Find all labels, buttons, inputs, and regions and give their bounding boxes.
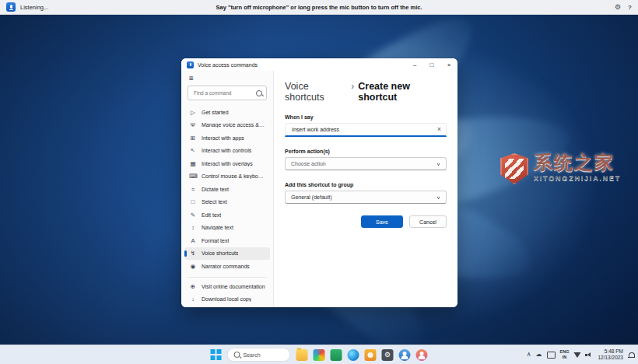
group-dropdown[interactable]: General (default) ∨ xyxy=(285,191,447,204)
file-explorer-icon[interactable] xyxy=(296,349,308,361)
sidebar-item-label: Interact with overlays xyxy=(202,161,253,166)
download-icon: ↓ xyxy=(189,296,197,303)
sidebar-item-label: Voice shortcuts xyxy=(202,250,238,256)
apps-icon: ⊞ xyxy=(189,135,197,142)
listening-status: Listening... xyxy=(20,4,48,11)
sidebar-item-label: Select text xyxy=(202,199,227,205)
sidebar-item-visit-online-documentation[interactable]: ⊕Visit online documentation xyxy=(184,280,270,293)
perform-actions-label: Perform action(s) xyxy=(285,149,447,154)
voice-access-bar: Listening... Say "turn off microphone" o… xyxy=(0,0,638,15)
breadcrumb: Voice shortcuts › Create new shortcut xyxy=(285,81,447,103)
edge-browser-icon[interactable] xyxy=(348,349,359,361)
clock[interactable]: 5:48 PM 12/13/2023 xyxy=(598,348,623,361)
taskbar: Search ∧ ☁ ENG IN 5:48 PM 12/13/2023 xyxy=(0,345,638,364)
sidebar-item-navigate-text[interactable]: ↕Navigate text xyxy=(184,222,270,235)
settings-gear-icon[interactable]: ⚙ xyxy=(615,3,621,11)
breadcrumb-separator-icon: › xyxy=(351,81,354,92)
navigate-icon: ↕ xyxy=(189,224,197,231)
sidebar-item-manage-voice-access-mic[interactable]: ΨManage voice access & mic xyxy=(184,119,270,132)
sidebar-item-download-local-copy[interactable]: ↓Download local copy xyxy=(184,293,270,306)
sidebar: ≡ ▷Get startedΨManage voice access & mic… xyxy=(181,71,274,307)
sidebar-item-dictate-text[interactable]: ≈Dictate text xyxy=(184,183,270,196)
taskbar-apps xyxy=(296,349,428,361)
sidebar-item-select-text[interactable]: □Select text xyxy=(184,196,270,209)
desktop: 系统之家 XITONGZHIJIA.NET Listening... Say "… xyxy=(0,0,638,364)
start-button[interactable] xyxy=(211,349,222,360)
sidebar-item-narrator-commands[interactable]: ◉Narrator commands xyxy=(184,260,270,273)
sidebar-divider xyxy=(188,277,267,278)
microphone-icon[interactable] xyxy=(6,2,16,12)
edit-icon: ✎ xyxy=(189,212,197,219)
globe-icon: ⊕ xyxy=(189,283,197,290)
breadcrumb-parent[interactable]: Voice shortcuts xyxy=(285,81,347,103)
contacts-app-icon[interactable] xyxy=(416,349,428,361)
voice-access-app-icon[interactable] xyxy=(399,349,411,361)
close-button[interactable]: × xyxy=(440,58,457,71)
sidebar-item-label: Manage voice access & mic xyxy=(202,122,265,128)
sidebar-item-control-mouse-keyboard[interactable]: ⌨Control mouse & keyboard xyxy=(184,170,270,184)
wifi-icon[interactable] xyxy=(573,352,580,358)
hidden-icons-chevron-icon[interactable]: ∧ xyxy=(527,352,531,358)
green-app-icon[interactable] xyxy=(331,349,342,361)
taskbar-search-label: Search xyxy=(244,352,261,358)
group-value: General (default) xyxy=(291,194,436,200)
sidebar-list: ▷Get startedΨManage voice access & mic⊞I… xyxy=(181,106,273,275)
sidebar-item-label: Format text xyxy=(202,238,229,243)
sidebar-item-interact-with-overlays[interactable]: ▦Interact with overlays xyxy=(184,157,270,170)
when-i-say-input[interactable] xyxy=(290,126,434,133)
minimize-button[interactable]: – xyxy=(406,58,423,71)
tray-date: 12/13/2023 xyxy=(598,355,623,361)
cursor-icon: ↖ xyxy=(189,147,197,154)
group-label: Add this shortcut to group xyxy=(285,182,447,187)
sidebar-item-interact-with-controls[interactable]: ↖Interact with controls xyxy=(184,145,270,158)
notification-bell-icon[interactable] xyxy=(628,352,634,359)
taskbar-search-box[interactable]: Search xyxy=(227,348,291,362)
window-titlebar[interactable]: Voice access commands – □ × xyxy=(181,58,457,71)
content-pane: Voice shortcuts › Create new shortcut Wh… xyxy=(274,71,457,307)
save-button[interactable]: Save xyxy=(361,215,403,228)
search-icon xyxy=(234,352,240,358)
tray-time: 5:48 PM xyxy=(605,348,623,355)
window-title: Voice access commands xyxy=(198,62,258,68)
narrator-icon: ◉ xyxy=(189,263,197,270)
watermark-subtitle: XITONGZHIJIA.NET xyxy=(534,174,621,182)
watermark-title: 系统之家 xyxy=(534,153,621,172)
cancel-button[interactable]: Cancel xyxy=(409,215,447,228)
volume-icon[interactable] xyxy=(585,352,593,358)
microphone-icon: Ψ xyxy=(189,121,197,128)
sidebar-item-label: Control mouse & keyboard xyxy=(202,173,265,179)
keyboard-icon: ⌨ xyxy=(189,173,197,180)
when-i-say-field[interactable]: × xyxy=(285,123,447,137)
people-app-icon[interactable] xyxy=(365,349,377,361)
get-started-icon: ▷ xyxy=(189,109,197,116)
help-icon[interactable]: ? xyxy=(628,4,632,11)
window-app-icon xyxy=(187,61,194,68)
maximize-button[interactable]: □ xyxy=(423,58,440,71)
command-search-box[interactable] xyxy=(188,86,267,100)
language-indicator[interactable]: ENG IN xyxy=(560,349,570,359)
clear-input-icon[interactable]: × xyxy=(437,126,441,133)
sidebar-item-label: Download local copy xyxy=(202,296,251,302)
hamburger-menu-icon[interactable]: ≡ xyxy=(189,75,273,82)
watermark: 系统之家 XITONGZHIJIA.NET xyxy=(500,153,621,184)
display-tray-icon[interactable] xyxy=(547,352,556,359)
onedrive-cloud-icon[interactable]: ☁ xyxy=(536,352,542,358)
format-icon: A xyxy=(189,237,197,244)
overlay-grid-icon: ▦ xyxy=(189,160,197,167)
settings-app-icon[interactable] xyxy=(382,349,394,361)
sidebar-item-label: Interact with controls xyxy=(202,148,251,153)
sidebar-item-edit-text[interactable]: ✎Edit text xyxy=(184,208,270,222)
sidebar-item-format-text[interactable]: AFormat text xyxy=(184,234,270,247)
chevron-down-icon: ∨ xyxy=(436,194,440,199)
select-text-icon: □ xyxy=(189,198,197,205)
sidebar-item-label: Interact with apps xyxy=(202,135,244,141)
watermark-shield-logo xyxy=(500,153,528,184)
voice-hint-message: Say "turn off microphone" or long press … xyxy=(216,4,422,11)
sidebar-item-interact-with-apps[interactable]: ⊞Interact with apps xyxy=(184,131,270,145)
sidebar-item-get-started[interactable]: ▷Get started xyxy=(184,106,270,119)
perform-actions-dropdown[interactable]: Choose action ∨ xyxy=(285,157,447,170)
sidebar-item-voice-shortcuts[interactable]: ↯Voice shortcuts xyxy=(184,247,270,261)
search-input[interactable] xyxy=(192,89,253,96)
when-i-say-label: When I say xyxy=(285,114,447,120)
photos-app-icon[interactable] xyxy=(314,349,325,361)
